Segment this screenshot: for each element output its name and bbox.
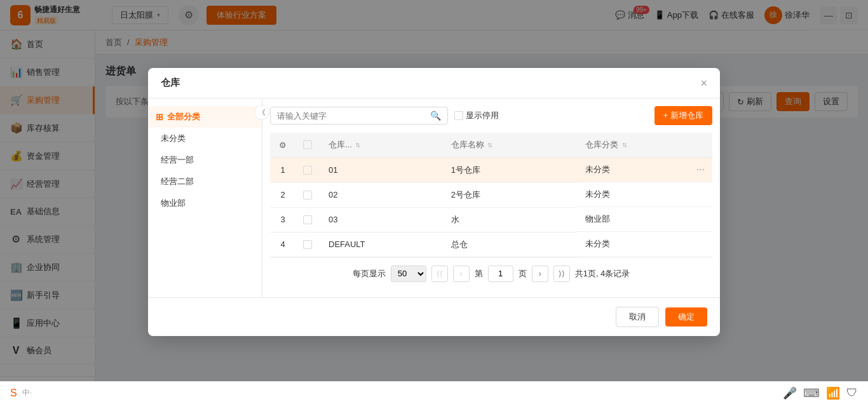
category-item-ops1[interactable]: 经营一部 <box>148 149 262 171</box>
last-page-button[interactable]: ⟩⟩ <box>553 266 570 282</box>
row-name: 水 <box>444 207 578 232</box>
row-category: 物业部 <box>578 207 712 232</box>
category-item-ops2[interactable]: 经营二部 <box>148 171 262 192</box>
row-category: 未分类 <box>578 232 712 257</box>
col-name: 仓库名称 ⇅ <box>444 133 578 158</box>
microphone-icon[interactable]: 🎤 <box>783 386 797 400</box>
bottom-left: S 中· <box>10 387 32 399</box>
row-checkbox[interactable] <box>303 191 312 199</box>
sort-icon-name: ⇅ <box>487 142 492 149</box>
table-header: ⚙ 仓库... ⇅ 仓库名称 ⇅ <box>270 133 712 158</box>
prev-page-button[interactable]: ‹ <box>453 266 470 282</box>
row-name: 2号仓库 <box>444 182 578 207</box>
modal-overlay: 仓库 × ⊞ 全部分类 《 未分类 经营一部 经营二部 物业部 <box>0 0 868 404</box>
category-item-unclassified[interactable]: 未分类 <box>148 128 262 149</box>
modal-title: 仓库 <box>161 77 180 89</box>
shield-icon[interactable]: 🛡 <box>846 386 858 400</box>
show-disabled-label[interactable]: 显示停用 <box>454 110 499 121</box>
modal-body: ⊞ 全部分类 《 未分类 经营一部 经营二部 物业部 🔍 <box>148 98 720 297</box>
select-all-checkbox[interactable] <box>303 140 312 149</box>
col-settings: ⚙ <box>270 133 295 158</box>
table-row[interactable]: 3 03 水 物业部 <box>270 207 712 232</box>
row-category: 未分类 <box>578 182 712 207</box>
row-num: 2 <box>270 182 295 207</box>
table-toolbar: 🔍 显示停用 + 新增仓库 <box>270 106 712 125</box>
first-page-button[interactable]: ⟨⟨ <box>431 266 448 282</box>
row-code: DEFAULT <box>321 232 444 257</box>
new-warehouse-button[interactable]: + 新增仓库 <box>654 106 712 125</box>
sort-icon: ⇅ <box>355 142 360 149</box>
page-size-select[interactable]: 50 20 100 <box>391 266 426 282</box>
row-checkbox-cell[interactable] <box>295 182 321 207</box>
next-page-button[interactable]: › <box>532 266 548 282</box>
table-panel: 🔍 显示停用 + 新增仓库 ⚙ <box>262 98 720 297</box>
grid-icon: ⊞ <box>156 112 163 122</box>
sort-icon-category: ⇅ <box>622 142 627 149</box>
modal-footer: 取消 确定 <box>148 297 720 336</box>
table-row[interactable]: 1 01 1号仓库 未分类 ··· <box>270 158 712 183</box>
network-icon[interactable]: 📶 <box>826 386 840 400</box>
bottom-bar: S 中· 🎤 ⌨ 📶 🛡 <box>0 381 868 404</box>
pagination-bar: 每页显示 50 20 100 ⟨⟨ ‹ 第 页 › ⟩⟩ 共1页, 4条记录 <box>270 257 712 290</box>
keyboard-icon[interactable]: ⌨ <box>803 386 820 400</box>
search-icon[interactable]: 🔍 <box>430 111 441 121</box>
row-name: 总仓 <box>444 232 578 257</box>
row-num: 4 <box>270 232 295 257</box>
row-checkbox[interactable] <box>303 215 312 224</box>
row-checkbox-cell[interactable] <box>295 158 321 183</box>
search-field[interactable]: 🔍 <box>270 107 448 125</box>
row-checkbox-cell[interactable] <box>295 207 321 232</box>
row-checkbox-cell[interactable] <box>295 232 321 257</box>
row-num: 1 <box>270 158 295 183</box>
table-row[interactable]: 4 DEFAULT 总仓 未分类 <box>270 232 712 257</box>
table-row[interactable]: 2 02 2号仓库 未分类 <box>270 182 712 207</box>
table-container: ⚙ 仓库... ⇅ 仓库名称 ⇅ <box>270 133 712 257</box>
col-code: 仓库... ⇅ <box>321 133 444 158</box>
all-categories-btn[interactable]: ⊞ 全部分类 <box>148 106 262 128</box>
more-options-button[interactable]: ··· <box>696 164 705 175</box>
bottom-right: 🎤 ⌨ 📶 🛡 <box>783 386 858 400</box>
category-panel: ⊞ 全部分类 《 未分类 经营一部 经营二部 物业部 <box>148 98 262 297</box>
row-code: 02 <box>321 182 444 207</box>
modal-header: 仓库 × <box>148 68 720 98</box>
row-code: 01 <box>321 158 444 183</box>
category-item-property[interactable]: 物业部 <box>148 192 262 214</box>
lang-icon: S <box>10 387 17 399</box>
row-checkbox[interactable] <box>303 166 312 175</box>
row-category: 未分类 ··· <box>578 158 712 182</box>
warehouse-table: ⚙ 仓库... ⇅ 仓库名称 ⇅ <box>270 133 712 257</box>
row-checkbox[interactable] <box>303 240 312 249</box>
page-input[interactable] <box>488 266 513 282</box>
col-category: 仓库分类 ⇅ <box>578 133 712 158</box>
confirm-button[interactable]: 确定 <box>665 307 707 327</box>
warehouse-modal: 仓库 × ⊞ 全部分类 《 未分类 经营一部 经营二部 物业部 <box>148 68 720 336</box>
show-disabled-checkbox[interactable] <box>454 111 463 120</box>
col-checkbox <box>295 133 321 158</box>
row-num: 3 <box>270 207 295 232</box>
table-body: 1 01 1号仓库 未分类 ··· 2 02 2号仓库 未分类 3 03 水 物… <box>270 158 712 257</box>
row-name: 1号仓库 <box>444 158 578 183</box>
row-code: 03 <box>321 207 444 232</box>
cancel-button[interactable]: 取消 <box>616 307 659 327</box>
modal-close-button[interactable]: × <box>700 77 707 89</box>
search-input[interactable] <box>277 111 426 121</box>
